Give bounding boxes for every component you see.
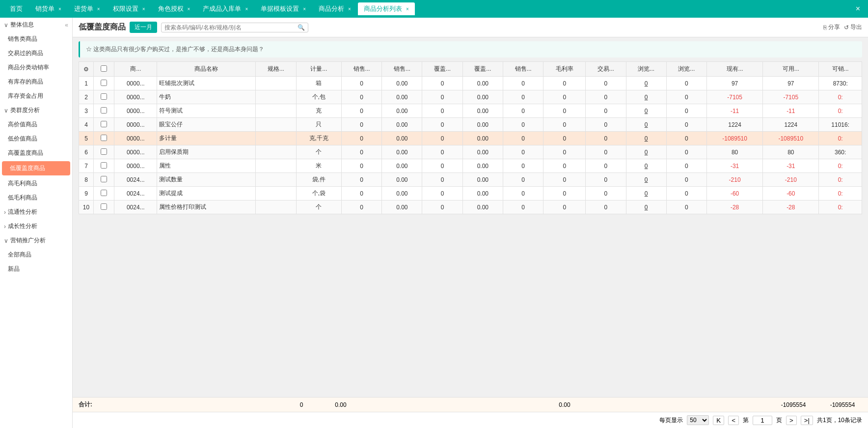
sidebar-section-overall[interactable]: ∨ 整体信息 [0, 18, 38, 32]
th-settings[interactable]: ⚙ [79, 62, 94, 77]
row-browse1[interactable]: 0 [626, 118, 666, 132]
row-unit: 箱 [296, 77, 341, 90]
sidebar-section-growth[interactable]: › 成长性分析 [0, 219, 72, 233]
export-button[interactable]: ↺ 导出 [844, 23, 862, 31]
row-select-checkbox[interactable] [101, 190, 107, 196]
row-code: 0000... [114, 159, 157, 173]
share-button[interactable]: ⎘ 分享 [823, 23, 840, 31]
sidebar-item-traded-goods[interactable]: 交易过的商品 [0, 46, 72, 60]
prev-page-btn[interactable]: < [728, 416, 739, 425]
row-gross: 0 [543, 77, 586, 90]
row-name[interactable]: 多计量 [157, 132, 256, 145]
row-browse1[interactable]: 0 [626, 173, 666, 187]
row-trade: 0 [586, 77, 626, 90]
row-select-checkbox[interactable] [101, 107, 107, 114]
row-checkbox [94, 132, 114, 145]
period-button[interactable]: 近一月 [130, 22, 157, 33]
close-purchase-tab[interactable]: × [97, 6, 100, 12]
sidebar-item-high-value[interactable]: 高价值商品 [0, 117, 72, 132]
row-name[interactable]: 测试提成 [157, 187, 256, 200]
sidebar-item-low-coverage[interactable]: 低覆盖度商品 [2, 161, 70, 175]
row-browse1[interactable]: 0 [626, 90, 666, 104]
row-num: 10 [79, 200, 94, 214]
next-page-btn[interactable]: > [786, 416, 797, 425]
sidebar-section-cluster[interactable]: ∨ 类群度分析 [0, 103, 72, 117]
close-permissions-tab[interactable]: × [142, 6, 145, 12]
sidebar-item-stocked-goods[interactable]: 有库存的商品 [0, 75, 72, 89]
row-select-checkbox[interactable] [101, 176, 107, 182]
sidebar-item-low-value[interactable]: 低价值商品 [0, 132, 72, 146]
row-select-checkbox[interactable] [101, 121, 107, 127]
search-input[interactable] [164, 24, 298, 31]
row-gross: 0 [543, 104, 586, 118]
row-saleable: 0: [819, 159, 862, 173]
row-name[interactable]: 测试数量 [157, 173, 256, 187]
row-available: -1089510 [763, 132, 819, 145]
row-name[interactable]: 眼宝公仔 [157, 118, 256, 132]
row-name[interactable]: 牛奶 [157, 90, 256, 104]
tab-sales[interactable]: 销货单 × [29, 2, 67, 15]
close-all-tabs[interactable]: × [852, 4, 864, 13]
close-finished-goods-tab[interactable]: × [245, 6, 248, 12]
sidebar-item-category-rate[interactable]: 商品分类动销率 [0, 60, 72, 75]
search-icon[interactable]: 🔍 [298, 24, 305, 31]
row-browse1[interactable]: 0 [626, 145, 666, 159]
tab-finished-goods[interactable]: 产成品入库单 × [197, 2, 254, 15]
row-code: 0000... [114, 90, 157, 104]
row-sales3: 0 [503, 145, 543, 159]
sidebar-item-inventory-capital[interactable]: 库存资金占用 [0, 89, 72, 103]
sidebar-item-new-goods[interactable]: 新品 [0, 262, 72, 276]
tab-home[interactable]: 首页 [4, 2, 28, 15]
row-name[interactable]: 启用保质期 [157, 145, 256, 159]
sidebar-section-marketing[interactable]: ∨ 营销推广分析 [0, 233, 72, 248]
tab-goods-analysis-list[interactable]: 商品分析列表 × [358, 2, 415, 15]
row-select-checkbox[interactable] [101, 80, 107, 86]
page-number-input[interactable] [753, 416, 772, 425]
per-page-select[interactable]: 50 100 200 [687, 415, 709, 425]
tab-permissions[interactable]: 权限设置 × [107, 2, 151, 15]
close-sales-tab[interactable]: × [58, 6, 61, 12]
sidebar-item-high-margin[interactable]: 高毛利商品 [0, 176, 72, 191]
row-select-checkbox[interactable] [101, 203, 107, 210]
total-info: 共1页，10条记录 [817, 416, 862, 425]
row-browse1[interactable]: 0 [626, 187, 666, 200]
row-code: 0000... [114, 132, 157, 145]
sidebar-item-high-coverage[interactable]: 高覆盖度商品 [0, 146, 72, 160]
row-name[interactable]: 符号测试 [157, 104, 256, 118]
row-select-checkbox[interactable] [101, 162, 107, 169]
tab-template-settings[interactable]: 单据模板设置 × [255, 2, 312, 15]
row-browse1[interactable]: 0 [626, 104, 666, 118]
sidebar-item-low-margin[interactable]: 低毛利商品 [0, 191, 72, 205]
first-page-btn[interactable]: K [713, 416, 724, 425]
table-container[interactable]: ⚙ 商... 商品名称 规格... 计量... 销售... 销售... 覆盖..… [79, 61, 862, 397]
th-available: 可用... [763, 62, 819, 77]
tab-purchase[interactable]: 进货单 × [68, 2, 106, 15]
sidebar-item-all-goods[interactable]: 全部商品 [0, 248, 72, 262]
last-page-btn[interactable]: >| [801, 416, 813, 425]
tab-goods-analysis[interactable]: 商品分析 × [313, 2, 357, 15]
select-all-checkbox[interactable] [101, 65, 107, 72]
close-template-tab[interactable]: × [303, 6, 306, 12]
table-row: 4 0000... 眼宝公仔 只 0 0.00 0 0.00 0 0 0 0 0… [79, 118, 862, 132]
row-browse1[interactable]: 0 [626, 77, 666, 90]
sidebar-collapse-btn[interactable]: « [65, 22, 68, 29]
sidebar-item-sales-goods[interactable]: 销售类商品 [0, 32, 72, 46]
row-sales3: 0 [503, 77, 543, 90]
close-goods-analysis-list-tab[interactable]: × [406, 6, 409, 12]
row-name[interactable]: 旺辅批次测试 [157, 77, 256, 90]
row-browse1[interactable]: 0 [626, 132, 666, 145]
row-select-checkbox[interactable] [101, 148, 107, 155]
row-browse1[interactable]: 0 [626, 200, 666, 214]
tab-role-auth[interactable]: 角色授权 × [152, 2, 196, 15]
row-name[interactable]: 属性 [157, 159, 256, 173]
row-select-checkbox[interactable] [101, 135, 107, 141]
close-goods-analysis-tab[interactable]: × [348, 6, 351, 12]
row-num: 5 [79, 132, 94, 145]
row-gross: 0 [543, 173, 586, 187]
row-name[interactable]: 属性价格打印测试 [157, 200, 256, 214]
row-num: 8 [79, 173, 94, 187]
sidebar-section-circulation[interactable]: › 流通性分析 [0, 205, 72, 219]
row-browse1[interactable]: 0 [626, 159, 666, 173]
row-select-checkbox[interactable] [101, 93, 107, 100]
close-role-auth-tab[interactable]: × [188, 6, 190, 12]
